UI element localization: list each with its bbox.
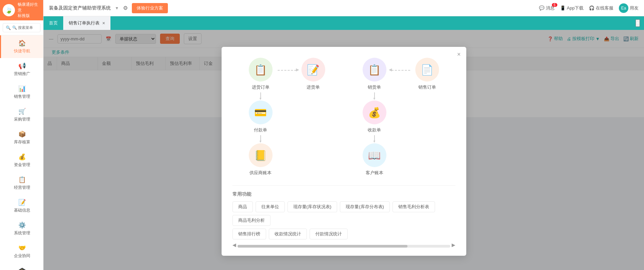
- operation-icon: 📋: [18, 176, 26, 183]
- customer-ledger-label: 客户账本: [366, 170, 383, 176]
- basic-info-icon: 📝: [18, 199, 26, 206]
- arrow-down-1: ▼: [260, 90, 261, 101]
- scroll-right-arrow[interactable]: ▶: [452, 242, 455, 248]
- flow-node-payment[interactable]: 💳 付款单: [244, 101, 278, 133]
- dropdown-icon[interactable]: ▼: [115, 6, 119, 11]
- func-btn-receipt-stats[interactable]: 收款情况统计: [269, 229, 307, 239]
- payment-label: 付款单: [254, 127, 267, 133]
- func-btn-partner[interactable]: 往来单位: [256, 201, 285, 212]
- scrollbar-track[interactable]: [238, 245, 450, 248]
- flow-node-purchase-bill[interactable]: 📝 进货单: [296, 58, 330, 90]
- message-icon: 💬: [539, 5, 544, 11]
- download-icon: 📱: [560, 5, 565, 11]
- sidebar-item-finance[interactable]: 💰 资金管理: [0, 149, 43, 172]
- search-menu-button[interactable]: 🔍 🔍 搜索菜单: [3, 23, 40, 32]
- message-badge: 6: [552, 3, 557, 7]
- flow-node-customer-ledger[interactable]: 📖 客户账本: [358, 143, 391, 176]
- flow-node-supplier-ledger[interactable]: 📒 供应商账本: [244, 143, 278, 176]
- sales-order-label: 销售订单: [418, 84, 436, 90]
- supplier-ledger-label: 供应商账本: [249, 170, 272, 176]
- sales-bill-label: 销货单: [368, 84, 381, 90]
- sales-bill-icon: 📋: [363, 58, 386, 82]
- receipt-icon: 💰: [363, 101, 386, 124]
- sidebar: 🍃 畅康通好生意 标推版 🔍 🔍 搜索菜单 🏠 快捷导航 📢 营销推广 📊: [0, 0, 43, 270]
- topbar-right: 💬 消息 6 📱 App下载 🎧 在线客服 Ea 用友: [539, 3, 639, 13]
- system-icon: ⚙️: [18, 221, 26, 229]
- sidebar-item-marketing[interactable]: 📢 营销推广: [0, 58, 43, 81]
- newbie-icon: 🎓: [18, 267, 26, 270]
- scroll-left-arrow[interactable]: ◀: [232, 242, 236, 248]
- sidebar-item-purchase[interactable]: 🛒 采购管理: [0, 104, 43, 126]
- flow-node-receipt[interactable]: 💰 收款单: [358, 101, 391, 133]
- inventory-icon: 📦: [18, 130, 26, 138]
- flow-mid-right-col: 📋 销货单 ▼ 💰 收款单: [358, 58, 391, 176]
- trial-button[interactable]: 体验行业方案: [132, 3, 168, 13]
- purchase-order-icon: 📋: [249, 58, 273, 82]
- scrollbar-thumb: [238, 245, 408, 248]
- flow-mid-left-col: 📝 进货单: [296, 58, 330, 90]
- logo-icon: 🍃: [3, 4, 15, 16]
- purchase-bill-label: 进货单: [307, 84, 320, 90]
- func-btn-stock-dist[interactable]: 现存量(库存分布表): [340, 201, 390, 212]
- payment-icon: 💳: [249, 101, 273, 124]
- finance-icon: 💰: [18, 153, 26, 161]
- quick-guide-modal: × 📋 进货订单 ▼: [222, 47, 466, 256]
- sidebar-item-enterprise[interactable]: 🤝 企业协同: [0, 240, 43, 263]
- sidebar-search[interactable]: 🔍 🔍 搜索菜单: [0, 20, 43, 35]
- flow-node-sales-bill[interactable]: 📋 销货单: [358, 58, 391, 90]
- tab-sales-order[interactable]: 销售订单执行表 ×: [63, 16, 110, 30]
- marketing-icon: 📢: [18, 62, 26, 70]
- flow-left-col: 📋 进货订单 ▼ 💳 付款单: [244, 58, 278, 176]
- customer-ledger-icon: 📖: [363, 143, 386, 167]
- tab-home[interactable]: 首页: [43, 16, 63, 30]
- func-buttons-row1: 商品 往来单位 现存量(库存状况表) 现存量(库存分布表) 销售毛利分析表 商品…: [232, 201, 455, 226]
- topbar: 装备及固定资产辅助管理系统 ▼ ⚙ 体验行业方案 💬 消息 6 📱 App下载 …: [43, 0, 644, 16]
- search-icon: 🔍: [6, 25, 11, 30]
- close-all-tabs-button[interactable]: ×: [636, 19, 640, 27]
- func-btn-sales-profit[interactable]: 销售毛利分析表: [393, 201, 435, 212]
- arrow-down-2: ▼: [260, 133, 261, 143]
- sidebar-nav: 🏠 快捷导航 📢 营销推广 📊 销售管理 🛒 采购管理 📦 库存核算 💰: [0, 35, 43, 270]
- page-area: — 📅 单据状态 查询 设置 ❓ 帮助 🖨 按模: [43, 30, 644, 270]
- modal-close-button[interactable]: ×: [457, 51, 461, 58]
- arrow-h-1: ▶: [278, 58, 296, 71]
- supplier-ledger-icon: 📒: [249, 143, 273, 167]
- sidebar-item-sales[interactable]: 📊 销售管理: [0, 81, 43, 104]
- sidebar-item-inventory[interactable]: 📦 库存核算: [0, 126, 43, 149]
- func-btn-product-profit[interactable]: 商品毛利分析: [232, 215, 271, 226]
- func-btn-sales-rank[interactable]: 销售排行榜: [232, 229, 266, 239]
- sidebar-item-basic-info[interactable]: 📝 基础信息: [0, 195, 43, 217]
- arrow-down-3: ▼: [374, 90, 375, 101]
- online-service-button[interactable]: 🎧 在线客服: [589, 5, 613, 11]
- func-btn-payment-stats[interactable]: 付款情况统计: [310, 229, 348, 239]
- home-icon: 🏠: [18, 39, 26, 47]
- system-name: 装备及固定资产辅助管理系统: [49, 5, 111, 11]
- sales-icon: 📊: [18, 85, 26, 92]
- tabs-bar: 首页 销售订单执行表 × ×: [43, 16, 644, 30]
- sidebar-item-system[interactable]: ⚙️ 系统管理: [0, 217, 43, 240]
- main-content: 装备及固定资产辅助管理系统 ▼ ⚙ 体验行业方案 💬 消息 6 📱 App下载 …: [43, 0, 644, 270]
- sidebar-item-newbie[interactable]: 🎓 新手引导: [0, 263, 43, 270]
- service-icon: 🎧: [589, 5, 594, 11]
- func-btn-product[interactable]: 商品: [232, 201, 253, 212]
- flow-right-col: 📄 销售订单: [410, 58, 444, 90]
- message-button[interactable]: 💬 消息 6: [539, 5, 555, 11]
- arrow-h-2: ◀: [391, 58, 410, 71]
- tab-close-button[interactable]: ×: [102, 20, 105, 26]
- sidebar-item-quick-guide[interactable]: 🏠 快捷导航: [0, 35, 43, 58]
- enterprise-icon: 🤝: [18, 244, 26, 252]
- sidebar-logo: 🍃 畅康通好生意 标推版: [0, 0, 43, 20]
- arrow-down-4: ▼: [374, 133, 375, 143]
- sales-order-icon: 📄: [415, 58, 439, 82]
- common-functions-title: 常用功能: [232, 191, 455, 197]
- avatar: Ea: [619, 3, 628, 13]
- flow-node-sales-order[interactable]: 📄 销售订单: [410, 58, 444, 90]
- user-avatar[interactable]: Ea 用友: [619, 3, 639, 13]
- func-btn-stock-status[interactable]: 现存量(库存状况表): [288, 201, 337, 212]
- sidebar-item-operation[interactable]: 📋 经营管理: [0, 172, 43, 195]
- modal-scrollbar: ◀ ▶: [232, 242, 455, 248]
- logo-text: 畅康通好生意 标推版: [18, 2, 40, 19]
- gear-icon[interactable]: ⚙: [123, 5, 128, 11]
- app-download-button[interactable]: 📱 App下载: [560, 5, 584, 11]
- flow-node-purchase-order[interactable]: 📋 进货订单: [244, 58, 278, 90]
